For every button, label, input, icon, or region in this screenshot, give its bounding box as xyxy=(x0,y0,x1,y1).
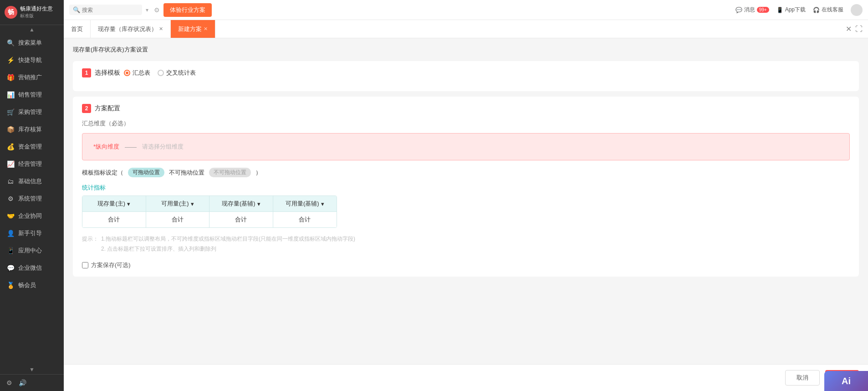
settings-icon[interactable]: ⚙ xyxy=(6,379,12,386)
sidebar-item-apps[interactable]: 📱 应用中心 xyxy=(0,242,64,259)
col-chevron-0[interactable]: ▾ xyxy=(127,201,130,207)
dimension-dash: —— xyxy=(125,144,137,150)
sidebar-item-operations[interactable]: 📈 经营管理 xyxy=(0,155,64,173)
mobile-icon: 📱 xyxy=(776,7,783,13)
col-header-1[interactable]: 可用量(主) ▾ xyxy=(146,196,210,211)
sidebar-item-member[interactable]: 🏅 畅会员 xyxy=(0,277,64,294)
tab-inventory-close[interactable]: ✕ xyxy=(159,26,163,32)
sidebar-item-purchase[interactable]: 🛒 采购管理 xyxy=(0,103,64,121)
guide-icon: 👤 xyxy=(6,229,15,237)
col-sub-2: 合计 xyxy=(209,211,273,227)
logo-icon: 畅 xyxy=(5,6,17,19)
topbar-right: 💬 消息 99+ 📱 App下载 🎧 在线客服 xyxy=(735,4,863,16)
template-radio-group: 汇总表 交叉统计表 xyxy=(124,69,196,77)
avatar[interactable] xyxy=(851,4,863,16)
save-row: 方案保存(可选) xyxy=(82,261,850,269)
sidebar-item-label: 企业微信 xyxy=(18,264,42,272)
sidebar-item-search[interactable]: 🔍 搜索菜单 xyxy=(0,34,64,51)
sidebar-footer: ⚙ 🔊 xyxy=(0,374,64,391)
col-chevron-2[interactable]: ▾ xyxy=(257,201,260,207)
sidebar: 畅 畅康通好生意 标准版 ▲ 🔍 搜索菜单 ⚡ 快捷导航 🎁 营销推广 📊 销售… xyxy=(0,0,64,391)
sidebar-item-shortcuts[interactable]: ⚡ 快捷导航 xyxy=(0,51,64,69)
col-label-1: 可用量(主) xyxy=(161,200,189,208)
tab-actions: ✕ ⛶ xyxy=(846,25,868,33)
ai-label: Ai xyxy=(842,376,851,386)
message-icon: 💬 xyxy=(735,7,742,13)
operations-icon: 📈 xyxy=(6,160,15,168)
sidebar-item-label: 采购管理 xyxy=(18,108,42,116)
tab-expand-button[interactable]: ⛶ xyxy=(855,25,863,33)
tab-inventory[interactable]: 现存量（库存状况表） ✕ xyxy=(91,20,171,38)
search-input[interactable] xyxy=(82,7,128,13)
trial-button[interactable]: 体验行业方案 xyxy=(163,3,212,17)
app-download-button[interactable]: 📱 App下载 xyxy=(776,6,806,14)
service-button[interactable]: 🎧 在线客服 xyxy=(813,6,843,14)
col-chevron-3[interactable]: ▾ xyxy=(321,201,324,207)
sidebar-item-label: 销售管理 xyxy=(18,91,42,99)
ai-float-button[interactable]: Ai xyxy=(824,371,868,391)
col-header-2[interactable]: 现存量(基辅) ▾ xyxy=(209,196,273,211)
sidebar-scroll-up[interactable]: ▲ xyxy=(0,25,64,34)
sidebar-item-finance[interactable]: 💰 资金管理 xyxy=(0,138,64,155)
sidebar-item-label: 库存核算 xyxy=(18,125,42,134)
tab-new-scheme-label: 新建方案 xyxy=(178,25,202,33)
radio-summary[interactable]: 汇总表 xyxy=(124,69,150,77)
step2-header: 2 方案配置 xyxy=(82,104,850,113)
indicator-draggable-badge: 可拖动位置 xyxy=(128,168,164,177)
sidebar-item-wechat[interactable]: 💬 企业微信 xyxy=(0,259,64,277)
stats-label: 统计指标 xyxy=(82,184,850,192)
col-chevron-1[interactable]: ▾ xyxy=(191,201,194,207)
tip-1: 提示： 2. 点击标题栏下拉可设置排序、插入列和删除列 xyxy=(82,244,850,254)
sidebar-item-label: 系统管理 xyxy=(18,195,42,203)
sidebar-item-label: 快捷导航 xyxy=(18,56,42,64)
sidebar-item-label: 应用中心 xyxy=(18,247,42,255)
sales-icon: 📊 xyxy=(6,91,15,99)
sidebar-item-sales[interactable]: 📊 销售管理 xyxy=(0,86,64,103)
sidebar-item-collab[interactable]: 🤝 企业协同 xyxy=(0,207,64,225)
sidebar-item-guide[interactable]: 👤 新手引导 xyxy=(0,225,64,242)
tips-section: 提示： 1.拖动标题栏可以调整布局，不可跨维度或指标区域拖动栏目字段(只能在同一… xyxy=(82,234,850,254)
bottom-bar: 取消 查询 xyxy=(64,364,868,391)
tab-home[interactable]: 首页 xyxy=(64,20,91,38)
basic-info-icon: 🗂 xyxy=(6,177,15,185)
headset-icon: 🎧 xyxy=(813,7,820,13)
col-sub-3: 合计 xyxy=(273,211,337,227)
sidebar-item-basic-info[interactable]: 🗂 基础信息 xyxy=(0,173,64,190)
save-checkbox[interactable] xyxy=(82,262,88,268)
purchase-icon: 🛒 xyxy=(6,108,15,116)
message-button[interactable]: 💬 消息 99+ xyxy=(735,6,769,14)
col-sub-1: 合计 xyxy=(146,211,210,227)
main-area: 🔍 ▾ ⚙ 体验行业方案 💬 消息 99+ 📱 App下载 🎧 在线客服 xyxy=(64,0,868,391)
cancel-button[interactable]: 取消 xyxy=(785,370,820,386)
sidebar-item-marketing[interactable]: 🎁 营销推广 xyxy=(0,69,64,86)
radio-summary-dot xyxy=(124,70,130,76)
tab-new-scheme[interactable]: 新建方案 ✕ xyxy=(171,20,215,38)
search-box[interactable]: 🔍 xyxy=(69,5,142,15)
sidebar-item-inventory[interactable]: 📦 库存核算 xyxy=(0,121,64,138)
topbar-gear-icon[interactable]: ⚙ xyxy=(154,6,160,14)
stats-header: 现存量(主) ▾ 可用量(主) ▾ 现存量(基辅) ▾ 可用量(基辅) ▾ xyxy=(82,196,337,211)
apps-icon: 📱 xyxy=(6,247,15,255)
col-header-3[interactable]: 可用量(基辅) ▾ xyxy=(273,196,337,211)
radio-cross[interactable]: 交叉统计表 xyxy=(158,69,196,77)
tab-new-scheme-close[interactable]: ✕ xyxy=(204,26,208,32)
dimension-box[interactable]: *纵向维度 —— 请选择分组维度 xyxy=(82,133,850,160)
stats-body: 合计 合计 合计 合计 xyxy=(82,211,337,227)
app-download-label: App下载 xyxy=(785,6,806,14)
step2-section: 2 方案配置 汇总维度（必选） *纵向维度 —— 请选择分组维度 模板指标设定（… xyxy=(73,97,859,277)
col-header-0[interactable]: 现存量(主) ▾ xyxy=(82,196,146,211)
message-badge: 99+ xyxy=(757,7,769,13)
volume-icon[interactable]: 🔊 xyxy=(19,379,26,386)
tab-close-button[interactable]: ✕ xyxy=(846,25,852,33)
step1-title: 选择模板 xyxy=(95,69,120,77)
sidebar-scroll-down[interactable]: ▼ xyxy=(0,365,64,374)
content-area: 现存量(库存状况表)方案设置 1 选择模板 汇总表 交叉统计表 xyxy=(64,38,868,364)
col-label-2: 现存量(基辅) xyxy=(222,200,255,208)
sidebar-item-system[interactable]: ⚙ 系统管理 xyxy=(0,190,64,207)
step2-badge: 2 xyxy=(82,104,91,113)
collab-icon: 🤝 xyxy=(6,212,15,220)
dimension-placeholder: 请选择分组维度 xyxy=(142,143,184,151)
tab-inventory-label: 现存量（库存状况表） xyxy=(98,25,157,33)
dropdown-icon[interactable]: ▾ xyxy=(146,7,148,13)
inventory-icon: 📦 xyxy=(6,125,15,134)
